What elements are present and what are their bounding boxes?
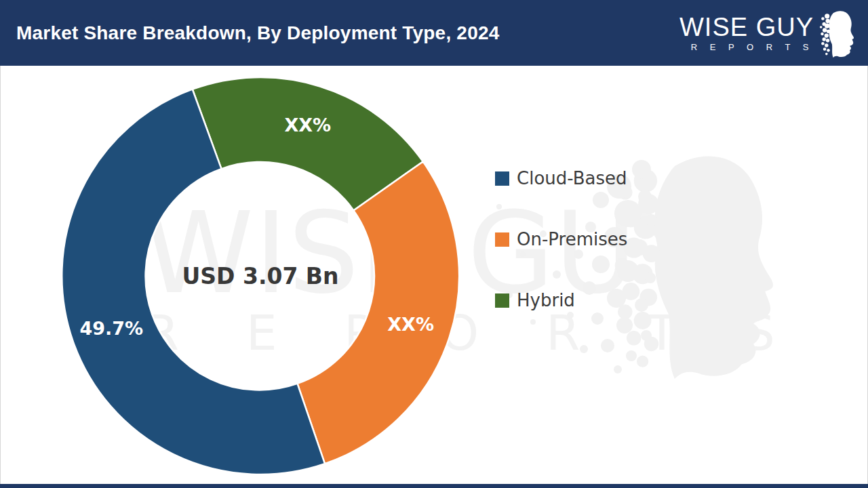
legend-item-on-premises: On-Premises <box>495 232 627 247</box>
legend-swatch-on-premises <box>495 232 509 247</box>
donut-chart: XX%XX%49.7% <box>1 66 868 484</box>
logo-subtext: R E P O R T S <box>679 43 814 52</box>
wise-guy-logo: WISE GUY R E P O R T S <box>679 8 856 58</box>
legend-label: Cloud-Based <box>517 168 627 188</box>
legend-swatch-hybrid <box>495 293 509 308</box>
logo-text: WISE GUY R E P O R T S <box>679 14 814 52</box>
wise-guy-face-icon <box>819 8 856 58</box>
header: Market Share Breakdown, By Deployment Ty… <box>0 0 868 66</box>
donut-segment-on-premises <box>298 161 460 464</box>
footer-bar <box>0 484 868 488</box>
donut-segment-label: XX% <box>387 314 434 335</box>
legend: Cloud-Based On-Premises Hybrid <box>495 171 627 354</box>
page-title: Market Share Breakdown, By Deployment Ty… <box>16 22 499 44</box>
legend-item-cloud-based: Cloud-Based <box>495 171 627 186</box>
chart-panel: WISE GUY R E P O R T S XX%XX%49.7% USD 3… <box>0 66 868 484</box>
legend-item-hybrid: Hybrid <box>495 293 627 308</box>
logo-wordmark: WISE GUY <box>679 14 814 40</box>
legend-label: On-Premises <box>517 229 627 249</box>
donut-center-value: USD 3.07 Bn <box>182 263 339 289</box>
legend-label: Hybrid <box>517 290 575 310</box>
donut-segment-label: XX% <box>284 115 331 136</box>
donut-segment-label: 49.7% <box>79 318 143 339</box>
legend-swatch-cloud-based <box>495 171 509 186</box>
